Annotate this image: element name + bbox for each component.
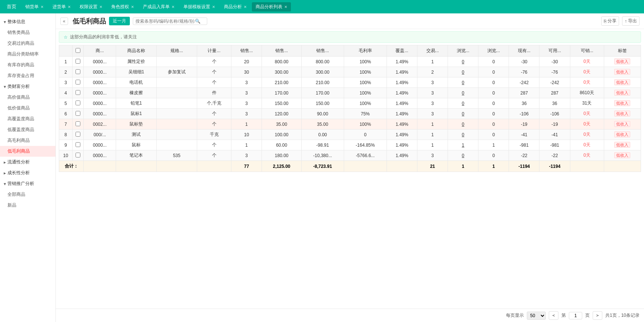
- col-header-transaction[interactable]: 交易...: [417, 45, 448, 57]
- sidebar-section-growth[interactable]: ▸ 成长性分析: [0, 168, 55, 178]
- col-header-view1[interactable]: 浏览...: [448, 45, 478, 57]
- col-header-sales-profit[interactable]: 销售...: [301, 45, 344, 57]
- col-header-tag[interactable]: 标签: [604, 45, 641, 57]
- nav-close-product-analysis[interactable]: ✕: [244, 5, 247, 9]
- row-checkbox[interactable]: [76, 90, 80, 95]
- row-name: 鼠标1: [116, 109, 157, 119]
- row-view1[interactable]: 0: [448, 130, 478, 140]
- col-header-current-stock[interactable]: 现有...: [509, 45, 539, 57]
- nav-product-entry[interactable]: 产成品入库单 ✕: [139, 2, 178, 12]
- col-header-name[interactable]: 商品名称: [116, 45, 157, 57]
- nav-sales[interactable]: 销货单 ✕: [22, 2, 47, 12]
- row-view1[interactable]: 0: [448, 119, 478, 130]
- export-button[interactable]: ↑ 导出: [622, 16, 640, 26]
- page-number-input[interactable]: [569, 312, 582, 319]
- collapse-sidebar-button[interactable]: «: [60, 17, 68, 25]
- share-button[interactable]: ⎘ 分享: [601, 16, 619, 26]
- sidebar-item-in-stock[interactable]: 有库存的商品: [0, 60, 55, 70]
- row-sales-price: 35.00: [262, 119, 301, 130]
- nav-close-role-auth[interactable]: ✕: [131, 5, 134, 9]
- nav-close-template-settings[interactable]: ✕: [212, 5, 215, 9]
- sidebar-item-all-goods[interactable]: 全部商品: [0, 189, 55, 200]
- nav-analysis-list[interactable]: 商品分析列表 ✕: [252, 2, 291, 12]
- row-checkbox[interactable]: [76, 142, 80, 147]
- nav-home[interactable]: 首页: [3, 2, 20, 12]
- row-check[interactable]: [73, 150, 84, 161]
- col-header-coverage[interactable]: 覆盖...: [387, 45, 417, 57]
- nav-purchase[interactable]: 进货单 ✕: [49, 2, 74, 12]
- row-checkbox[interactable]: [76, 132, 80, 137]
- row-check[interactable]: [73, 140, 84, 150]
- nav-close-product-entry[interactable]: ✕: [172, 5, 174, 9]
- row-check[interactable]: [73, 130, 84, 140]
- row-check[interactable]: [73, 88, 84, 98]
- row-view1[interactable]: 0: [448, 109, 478, 119]
- row-check[interactable]: [73, 67, 84, 77]
- row-checkbox[interactable]: [76, 121, 80, 126]
- sidebar-item-new-goods[interactable]: 新品: [0, 200, 55, 211]
- col-header-check[interactable]: [73, 45, 84, 57]
- col-header-sales-qty[interactable]: 销售...: [231, 45, 262, 57]
- row-view1[interactable]: 0: [448, 57, 478, 67]
- sidebar-section-wealth[interactable]: ▾ 类财富分析: [0, 81, 55, 92]
- col-header-gross-margin[interactable]: 毛利率: [344, 45, 387, 57]
- col-header-view2[interactable]: 浏览...: [478, 45, 509, 57]
- sidebar-item-low-coverage[interactable]: 低覆盖度商品: [0, 124, 55, 135]
- row-check[interactable]: [73, 98, 84, 109]
- nav-role-auth[interactable]: 角色授权 ✕: [108, 2, 138, 12]
- row-checkbox[interactable]: [76, 69, 80, 74]
- row-view1[interactable]: 1: [448, 140, 478, 150]
- nav-close-permissions[interactable]: ✕: [99, 5, 102, 9]
- nav-close-purchase[interactable]: ✕: [68, 5, 71, 9]
- sidebar-section-overall[interactable]: ▾ 整体信息: [0, 16, 55, 27]
- sidebar-item-capital[interactable]: 库存资金占用: [0, 70, 55, 81]
- nav-template-settings[interactable]: 单据模板设置 ✕: [180, 2, 219, 12]
- row-checkbox[interactable]: [76, 101, 80, 105]
- search-box: 🔍: [133, 17, 207, 25]
- row-view2: 0: [478, 150, 509, 161]
- col-header-salable[interactable]: 可销...: [570, 45, 604, 57]
- nav-product-analysis[interactable]: 商品分析 ✕: [220, 2, 250, 12]
- search-input[interactable]: [135, 19, 195, 24]
- row-checkbox[interactable]: [76, 153, 80, 157]
- col-header-spec[interactable]: 规格...: [157, 45, 197, 57]
- sidebar-item-sales-goods[interactable]: 销售类商品: [0, 27, 55, 38]
- col-header-unit[interactable]: 计量...: [197, 45, 231, 57]
- col-header-available[interactable]: 可用...: [539, 45, 570, 57]
- nav-permissions[interactable]: 权限设置 ✕: [76, 2, 106, 12]
- col-header-code[interactable]: 商...: [84, 45, 116, 57]
- row-view1[interactable]: 0: [448, 88, 478, 98]
- row-current-stock: 36: [509, 98, 539, 109]
- sidebar-item-category-rate[interactable]: 商品分类助销率: [0, 49, 55, 60]
- row-view1[interactable]: 0: [448, 150, 478, 161]
- row-check[interactable]: [73, 119, 84, 130]
- row-checkbox[interactable]: [76, 59, 80, 64]
- prev-page-button[interactable]: ＜: [549, 311, 558, 320]
- nav-close-analysis-list[interactable]: ✕: [284, 5, 287, 9]
- row-view1[interactable]: 0: [448, 98, 478, 109]
- row-sales-qty: 3: [231, 109, 262, 119]
- row-check[interactable]: [73, 77, 84, 88]
- row-view1[interactable]: 0: [448, 67, 478, 77]
- sidebar-item-high-coverage[interactable]: 高覆盖度商品: [0, 114, 55, 124]
- col-header-sales-price[interactable]: 销售...: [262, 45, 301, 57]
- sidebar-item-high-margin[interactable]: 高毛利商品: [0, 135, 55, 146]
- sidebar-item-low-value[interactable]: 低价值商品: [0, 103, 55, 114]
- row-view1[interactable]: 0: [448, 77, 478, 88]
- row-checkbox[interactable]: [76, 111, 80, 116]
- nav-close-sales[interactable]: ✕: [41, 5, 44, 9]
- search-icon[interactable]: 🔍: [195, 19, 201, 24]
- row-check[interactable]: [73, 57, 84, 67]
- row-unit: 个: [197, 67, 231, 77]
- row-checkbox[interactable]: [76, 80, 80, 85]
- page-size-select[interactable]: 50 100: [527, 312, 546, 320]
- sidebar-item-traded-goods[interactable]: 交易过的商品: [0, 38, 55, 49]
- sidebar-item-low-margin[interactable]: 低毛利商品: [0, 146, 55, 157]
- select-all-checkbox[interactable]: [76, 48, 80, 53]
- row-check[interactable]: [73, 109, 84, 119]
- sidebar-section-marketing[interactable]: ▾ 营销推广分析: [0, 178, 55, 189]
- sidebar-section-flow[interactable]: ▸ 流通性分析: [0, 157, 55, 168]
- next-page-button[interactable]: ＞: [593, 311, 602, 320]
- sidebar-item-high-value[interactable]: 高价值商品: [0, 92, 55, 103]
- filter-recent-month-button[interactable]: 近一月: [109, 17, 130, 25]
